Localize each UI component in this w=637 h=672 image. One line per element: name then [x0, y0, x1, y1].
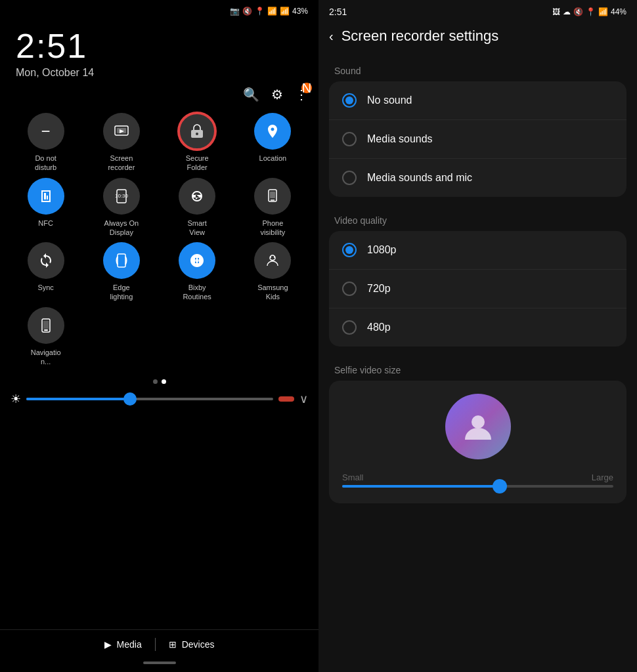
- radio-no-sound[interactable]: [342, 93, 357, 108]
- secure-folder-label: SecureFolder: [186, 154, 209, 173]
- media-label: Media: [117, 639, 142, 650]
- dot-2: [162, 379, 166, 384]
- search-button[interactable]: 🔍: [243, 87, 259, 102]
- media-footer: ▶ Media ⊞ Devices: [0, 629, 318, 656]
- dot-1: [153, 379, 158, 384]
- option-1080p[interactable]: 1080p: [329, 231, 626, 270]
- phone-visibility-label: Phonevisibility: [260, 219, 285, 238]
- radio-480p[interactable]: [342, 320, 357, 335]
- selfie-size-slider[interactable]: [342, 485, 613, 488]
- option-480p[interactable]: 480p: [329, 308, 626, 346]
- selfie-slider-fill: [342, 485, 500, 488]
- phone-visibility-icon: [254, 178, 291, 215]
- bottom-bar: [143, 662, 176, 664]
- sound-section-label: Sound: [318, 58, 637, 81]
- media-divider: [155, 638, 156, 651]
- screen-recorder-icon: [103, 113, 140, 150]
- svg-rect-9: [270, 192, 275, 198]
- media-sounds-label: Media sounds: [367, 133, 433, 145]
- option-720p[interactable]: 720p: [329, 270, 626, 308]
- tile-nfc[interactable]: NFC: [11, 178, 81, 238]
- nfc-label: NFC: [38, 219, 53, 228]
- edge-lighting-icon: [103, 242, 140, 279]
- do-not-disturb-label: Do notdisturb: [35, 154, 56, 173]
- location-tile-icon: [254, 113, 291, 150]
- option-media-sounds[interactable]: Media sounds: [329, 120, 626, 159]
- radio-inner-no-sound: [345, 96, 353, 104]
- samsung-kids-icon: [254, 242, 291, 279]
- screen-recorder-label: Screenrecorder: [108, 154, 135, 173]
- secure-folder-icon: [179, 113, 215, 150]
- time-right: 2:51: [329, 7, 347, 17]
- navigation-icon: [28, 307, 64, 344]
- option-no-sound[interactable]: No sound: [329, 81, 626, 120]
- tile-samsung-kids[interactable]: SamsungKids: [238, 242, 308, 302]
- top-controls: 🔍 ⚙ ⋮ N: [0, 81, 318, 108]
- signal-icon: 📶: [280, 7, 290, 16]
- clock-display: 2:51 Mon, October 14: [0, 18, 318, 81]
- selfie-section: Small Large: [329, 381, 626, 503]
- tile-sync[interactable]: Sync: [11, 242, 81, 302]
- tile-screen-recorder[interactable]: Screenrecorder: [86, 113, 156, 173]
- radio-media-sounds[interactable]: [342, 132, 357, 146]
- left-panel: 📷 🔇 📍 📶 📶 43% 2:51 Mon, October 14 🔍 ⚙ ⋮…: [0, 0, 318, 672]
- video-quality-options-card: 1080p 720p 480p: [329, 231, 626, 346]
- battery-right: 44%: [611, 7, 626, 16]
- tile-always-on-display[interactable]: 10:30 Always OnDisplay: [86, 178, 156, 238]
- selfie-preview: Small Large: [329, 381, 626, 503]
- no-sound-label: No sound: [367, 94, 412, 106]
- play-icon: ▶: [104, 639, 112, 650]
- back-button[interactable]: ‹: [329, 29, 334, 44]
- bixby-routines-label: BixbyRoutines: [183, 283, 211, 302]
- svg-point-12: [270, 257, 271, 258]
- brightness-thumb[interactable]: [123, 392, 137, 406]
- tile-location[interactable]: Location: [238, 113, 308, 173]
- brightness-expand[interactable]: ∨: [299, 392, 308, 406]
- sync-label: Sync: [37, 283, 53, 292]
- page-dots: [0, 379, 318, 384]
- tile-phone-visibility[interactable]: Phonevisibility: [238, 178, 308, 238]
- settings-content: Sound No sound Media sounds Media sounds…: [318, 52, 637, 672]
- tile-do-not-disturb[interactable]: − Do notdisturb: [11, 113, 81, 173]
- slider-end: [278, 396, 294, 402]
- svg-text:10:30: 10:30: [115, 193, 129, 199]
- radio-720p[interactable]: [342, 282, 357, 296]
- battery-text: 43%: [292, 7, 308, 16]
- settings-button[interactable]: ⚙: [271, 87, 283, 102]
- devices-button[interactable]: ⊞ Devices: [169, 639, 215, 650]
- always-on-display-icon: 10:30: [103, 178, 140, 215]
- devices-label: Devices: [182, 639, 215, 650]
- selfie-slider-thumb[interactable]: [493, 479, 507, 494]
- selfie-video-section-label: Selfie video size: [318, 357, 637, 381]
- brightness-slider[interactable]: [26, 398, 273, 400]
- radio-1080p[interactable]: [342, 243, 357, 257]
- status-bar-left: 📷 🔇 📍 📶 📶 43%: [0, 0, 318, 18]
- size-large-label: Large: [592, 472, 613, 482]
- camera-icon: 📷: [230, 7, 240, 16]
- smart-view-label: SmartView: [187, 219, 206, 238]
- tile-edge-lighting[interactable]: Edgelighting: [86, 242, 156, 302]
- location-label: Location: [259, 154, 287, 163]
- option-media-sounds-mic[interactable]: Media sounds and mic: [329, 159, 626, 197]
- radio-media-sounds-mic[interactable]: [342, 171, 357, 185]
- 480p-label: 480p: [367, 322, 391, 333]
- wifi-icon: 📶: [267, 7, 277, 16]
- tile-navigation[interactable]: Navigation...: [11, 307, 81, 367]
- brightness-fill: [26, 398, 130, 400]
- tile-bixby-routines[interactable]: BixbyRoutines: [162, 242, 232, 302]
- tile-smart-view[interactable]: SmartView: [162, 178, 232, 238]
- samsung-kids-label: SamsungKids: [257, 283, 288, 302]
- mute-icon-r: 🔇: [573, 7, 583, 16]
- svg-rect-16: [44, 329, 48, 331]
- more-button[interactable]: ⋮ N: [295, 87, 308, 102]
- avatar-circle: [445, 394, 511, 459]
- svg-rect-15: [43, 321, 49, 329]
- notification-badge: N: [301, 83, 312, 93]
- mute-icon: 🔇: [242, 7, 252, 16]
- svg-point-17: [472, 415, 485, 429]
- always-on-display-label: Always OnDisplay: [104, 219, 139, 238]
- media-button[interactable]: ▶ Media: [104, 639, 142, 650]
- tile-secure-folder[interactable]: SecureFolder: [162, 113, 232, 173]
- sound-options-card: No sound Media sounds Media sounds and m…: [329, 81, 626, 197]
- do-not-disturb-icon: −: [28, 113, 64, 150]
